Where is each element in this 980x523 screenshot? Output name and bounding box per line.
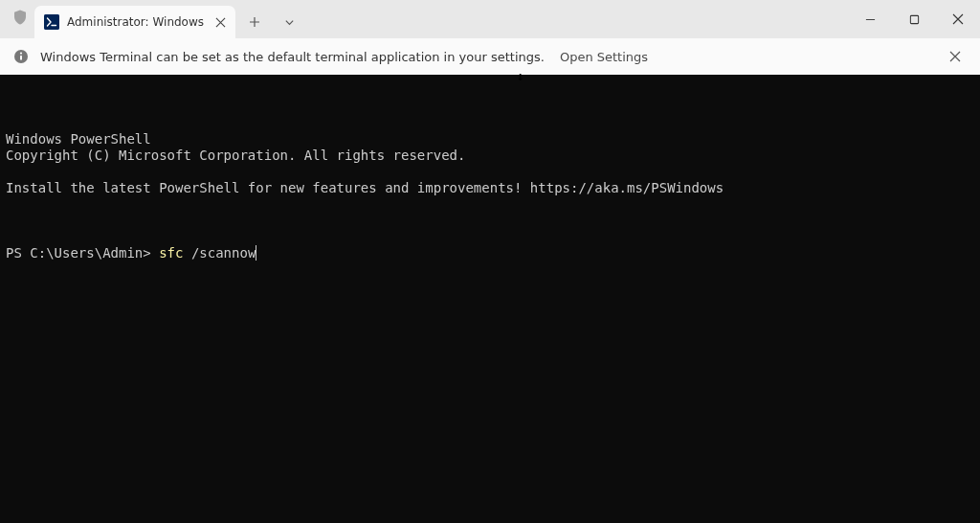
- uac-shield-icon: [11, 9, 29, 26]
- svg-point-3: [20, 53, 22, 55]
- prompt-text: PS C:\Users\Admin>: [6, 245, 159, 261]
- tab-close-button[interactable]: [212, 14, 228, 30]
- command-exe: sfc: [159, 245, 183, 261]
- tab-powershell[interactable]: Administrator: Windows Powe: [34, 6, 235, 38]
- svg-rect-1: [910, 15, 918, 23]
- new-tab-button[interactable]: [239, 8, 270, 36]
- text-cursor: [256, 245, 256, 261]
- window-controls: [848, 0, 980, 38]
- info-bar: Windows Terminal can be set as the defau…: [0, 38, 980, 75]
- terminal-pane[interactable]: ↕ Windows PowerShellCopyright (C) Micros…: [0, 75, 980, 523]
- title-bar: Administrator: Windows Powe: [0, 0, 980, 38]
- terminal-prompt-line: PS C:\Users\Admin> sfc /scannow: [6, 245, 974, 262]
- svg-rect-0: [44, 14, 59, 30]
- svg-rect-4: [20, 56, 22, 60]
- close-button[interactable]: [936, 4, 980, 34]
- open-settings-link[interactable]: Open Settings: [560, 50, 648, 64]
- info-icon: [13, 49, 29, 64]
- minimize-button[interactable]: [848, 4, 892, 34]
- tab-title: Administrator: Windows Powe: [67, 15, 205, 29]
- powershell-icon: [44, 14, 59, 30]
- command-args: /scannow: [183, 245, 256, 261]
- infobar-message: Windows Terminal can be set as the defau…: [40, 50, 545, 64]
- infobar-close-button[interactable]: [944, 45, 967, 68]
- tab-dropdown-button[interactable]: [274, 8, 304, 36]
- terminal-output: Windows PowerShellCopyright (C) Microsof…: [6, 131, 974, 213]
- maximize-button[interactable]: [892, 4, 936, 34]
- tab-strip: Administrator: Windows Powe: [0, 6, 848, 38]
